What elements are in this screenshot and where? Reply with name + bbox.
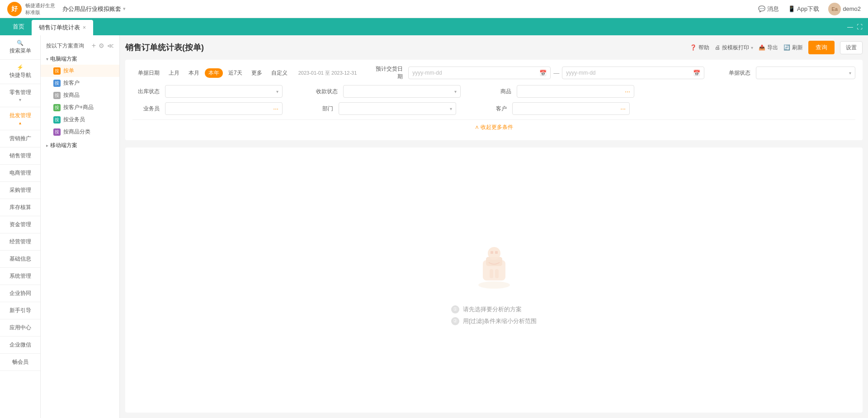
payment-status-select[interactable]: ▾ bbox=[343, 85, 461, 98]
top-nav-actions: 💬 消息 📱 App下载 Ea demo2 bbox=[758, 3, 861, 15]
sidebar-item-basic-info[interactable]: 基础信息 bbox=[0, 251, 40, 268]
sidebar-item-ecommerce[interactable]: 电商管理 bbox=[0, 165, 40, 182]
empty-svg-illustration bbox=[467, 235, 521, 290]
scheme-icon-by-goods: 按 bbox=[53, 92, 61, 99]
sidebar-item-enterprise[interactable]: 企业协同 bbox=[0, 285, 40, 302]
sidebar-item-inventory[interactable]: 库存核算 bbox=[0, 199, 40, 216]
sidebar-item-system[interactable]: 系统管理 bbox=[0, 268, 40, 285]
sidebar-item-operations[interactable]: 经营管理 bbox=[0, 233, 40, 251]
svg-rect-4 bbox=[491, 251, 493, 254]
minimize-icon[interactable]: — bbox=[847, 24, 853, 30]
settings-btn[interactable]: 设置 bbox=[840, 41, 863, 54]
date-range-text: 2023-01-01 至 2023-12-31 bbox=[298, 70, 357, 76]
sidebar-item-finance[interactable]: 资金管理 bbox=[0, 216, 40, 233]
scheme-by-category[interactable]: 按 按商品分类 bbox=[41, 126, 119, 138]
sidebar-item-wholesale[interactable]: 批发管理 ▴ bbox=[0, 107, 40, 130]
expected-delivery-date-group: yyyy-mm-dd 📅 — yyyy-mm-dd 📅 bbox=[408, 66, 704, 79]
app-title[interactable]: 办公用品行业模拟账套 ▾ bbox=[62, 5, 758, 13]
scheme-icon-by-order: 按 bbox=[53, 67, 61, 75]
salesperson-ellipsis-icon[interactable]: ··· bbox=[273, 105, 278, 112]
scheme-by-goods[interactable]: 按 按商品 bbox=[41, 89, 119, 101]
goods-ellipsis-icon[interactable]: ··· bbox=[625, 88, 630, 95]
sidebar-item-marketing[interactable]: 营销推广 bbox=[0, 130, 40, 147]
left-panel: 按以下方案查询 + ⚙ ≪ ▾ 电脑端方案 按 按单 按 bbox=[41, 35, 120, 418]
salesperson-label: 业务员 bbox=[132, 105, 160, 113]
salesperson-input[interactable]: ··· bbox=[165, 102, 283, 115]
mobile-scheme-group-title[interactable]: ▸ 移动端方案 bbox=[41, 140, 119, 151]
tab-bar: 首页 销售订单统计表 × — ⛶ bbox=[0, 18, 868, 35]
empty-tip-1: ① 请先选择要分析的方案 bbox=[451, 305, 522, 314]
customer-label: 客户 bbox=[480, 105, 507, 113]
tab-close-icon[interactable]: × bbox=[83, 24, 86, 31]
date-tab-7days[interactable]: 近7天 bbox=[225, 68, 246, 78]
collapse-panel-btn[interactable]: ≪ bbox=[107, 42, 114, 49]
scheme-by-customer-goods[interactable]: 按 按客户+商品 bbox=[41, 101, 119, 114]
pc-scheme-group-title[interactable]: ▾ 电脑端方案 bbox=[41, 53, 119, 65]
app-download-btn[interactable]: 📱 App下载 bbox=[788, 5, 819, 13]
export-btn[interactable]: 📤 导出 bbox=[759, 44, 778, 52]
sidebar-item-member[interactable]: 畅会员 bbox=[0, 354, 40, 371]
refresh-btn[interactable]: 🔄 刷新 bbox=[783, 44, 803, 52]
scheme-by-customer[interactable]: 按 按客户 bbox=[41, 77, 119, 89]
avatar: Ea bbox=[828, 3, 841, 15]
tip-num-1: ① bbox=[451, 305, 459, 314]
add-scheme-btn[interactable]: + bbox=[92, 42, 96, 50]
svg-rect-6 bbox=[490, 269, 493, 278]
help-btn[interactable]: ❓ 帮助 bbox=[690, 44, 709, 52]
sidebar-item-purchase[interactable]: 采购管理 bbox=[0, 182, 40, 199]
empty-tip-2: ② 用[过滤]条件来缩小分析范围 bbox=[451, 317, 537, 325]
print-btn[interactable]: 🖨 按模板打印 ▾ bbox=[715, 44, 753, 52]
goods-input[interactable]: ··· bbox=[517, 85, 634, 98]
sidebar-item-search[interactable]: 🔍 搜索菜单 bbox=[0, 35, 40, 60]
empty-tips: ① 请先选择要分析的方案 ② 用[过滤]条件来缩小分析范围 bbox=[451, 305, 537, 325]
doc-status-select[interactable]: ▾ bbox=[756, 66, 855, 79]
scheme-by-salesperson[interactable]: 按 按业务员 bbox=[41, 114, 119, 126]
logo: 好 畅捷通好生意 标准版 bbox=[7, 2, 55, 16]
svg-point-3 bbox=[488, 247, 500, 260]
svg-rect-7 bbox=[495, 269, 499, 278]
payment-status-label: 收款状态 bbox=[306, 88, 338, 95]
svg-point-0 bbox=[478, 281, 510, 289]
department-arrow: ▾ bbox=[450, 106, 452, 111]
message-btn[interactable]: 💬 消息 bbox=[758, 5, 779, 13]
date-tab-custom[interactable]: 自定义 bbox=[268, 68, 291, 78]
page-actions: ❓ 帮助 🖨 按模板打印 ▾ 📤 导出 🔄 刷新 bbox=[690, 41, 863, 54]
date-tab-this-month[interactable]: 本月 bbox=[185, 68, 203, 78]
sidebar-item-retail[interactable]: 零售管理 ▾ bbox=[0, 84, 40, 107]
right-content: 销售订单统计表(按单) ❓ 帮助 🖨 按模板打印 ▾ 📤 导出 bbox=[120, 35, 868, 418]
date-label: 单据日期 bbox=[132, 69, 160, 77]
calendar-icon-start[interactable]: 📅 bbox=[539, 70, 547, 76]
date-tabs: 上月 本月 本年 近7天 更多 自定义 bbox=[165, 68, 291, 78]
filter-row-3: 业务员 ··· 部门 ▾ 客户 ··· bbox=[132, 102, 855, 115]
sidebar-item-newbie[interactable]: 新手引导 bbox=[0, 302, 40, 319]
scheme-icon-by-salesperson: 按 bbox=[53, 116, 61, 124]
sidebar-item-sales[interactable]: 销售管理 bbox=[0, 147, 40, 165]
sidebar-item-wechat[interactable]: 企业微信 bbox=[0, 337, 40, 354]
date-tab-this-year[interactable]: 本年 bbox=[205, 68, 223, 78]
date-tab-last-month[interactable]: 上月 bbox=[165, 68, 183, 78]
page-title: 销售订单统计表(按单) bbox=[125, 42, 690, 53]
customer-input[interactable]: ··· bbox=[512, 102, 630, 115]
svg-rect-5 bbox=[495, 251, 498, 254]
sidebar-item-shortcuts[interactable]: ⚡ 快捷导航 bbox=[0, 60, 40, 84]
calendar-icon-end[interactable]: 📅 bbox=[693, 70, 700, 76]
tab-sales-order-stats[interactable]: 销售订单统计表 × bbox=[32, 20, 93, 35]
scheme-by-order[interactable]: 按 按单 bbox=[41, 65, 119, 77]
ship-status-arrow: ▾ bbox=[276, 89, 278, 94]
settings-scheme-btn[interactable]: ⚙ bbox=[99, 42, 104, 49]
expected-delivery-start[interactable]: yyyy-mm-dd 📅 bbox=[408, 66, 551, 79]
page-header: 销售订单统计表(按单) ❓ 帮助 🖨 按模板打印 ▾ 📤 导出 bbox=[125, 41, 863, 54]
date-tab-more[interactable]: 更多 bbox=[248, 68, 266, 78]
expected-delivery-end[interactable]: yyyy-mm-dd 📅 bbox=[562, 66, 704, 79]
empty-state: ① 请先选择要分析的方案 ② 用[过滤]条件来缩小分析范围 bbox=[125, 147, 863, 413]
tab-home[interactable]: 首页 bbox=[5, 18, 32, 35]
top-nav: 好 畅捷通好生意 标准版 办公用品行业模拟账套 ▾ 💬 消息 📱 App下载 E… bbox=[0, 0, 868, 18]
sidebar-item-app-center[interactable]: 应用中心 bbox=[0, 319, 40, 337]
customer-ellipsis-icon[interactable]: ··· bbox=[620, 105, 626, 112]
collapse-bar[interactable]: ∧ 收起更多条件 bbox=[132, 119, 855, 135]
ship-status-select[interactable]: ▾ bbox=[165, 85, 283, 98]
department-select[interactable]: ▾ bbox=[339, 102, 456, 115]
query-btn[interactable]: 查询 bbox=[808, 41, 835, 54]
user-profile[interactable]: Ea demo2 bbox=[828, 3, 861, 15]
maximize-icon[interactable]: ⛶ bbox=[857, 24, 863, 30]
